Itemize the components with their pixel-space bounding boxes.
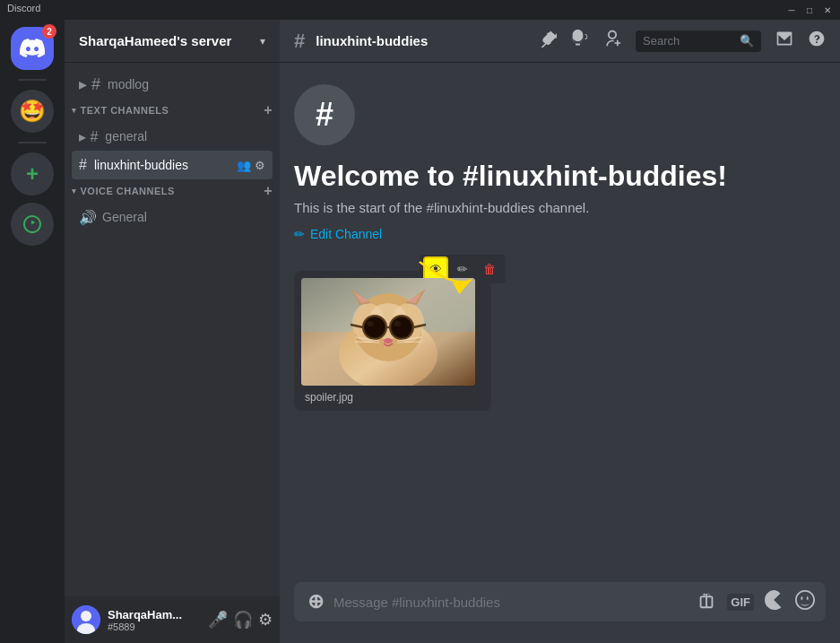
- invite-icon[interactable]: 👥: [237, 159, 251, 172]
- trash-icon: 🗑: [483, 262, 496, 276]
- voice-channels-chevron-icon: ▾: [72, 187, 77, 196]
- server-name-label: SharqaHameed's server: [79, 33, 231, 48]
- voice-channels-section-left: ▾ VOICE CHANNELS: [72, 186, 175, 196]
- message-container: 👁 ✏ 🗑: [294, 271, 826, 411]
- attachment-card: 👁 ✏ 🗑: [294, 271, 491, 411]
- search-input[interactable]: [643, 34, 734, 48]
- sticker-icon[interactable]: [765, 590, 784, 614]
- attachment-image: [301, 278, 475, 386]
- volume-icon: 🔊: [79, 209, 97, 226]
- members-icon[interactable]: [603, 30, 621, 52]
- server-divider: [18, 79, 47, 81]
- eye-icon: 👁: [429, 262, 442, 276]
- discover-server-button[interactable]: [11, 203, 54, 246]
- main-content: # linuxhint-buddies 🔍: [280, 20, 840, 643]
- server-name-header[interactable]: SharqaHameed's server ▾: [65, 20, 280, 63]
- message-input-bar: ⊕ GIF: [294, 582, 826, 621]
- server-header-chevron-icon: ▾: [260, 35, 265, 48]
- channel-name-modlog: modlog: [108, 77, 265, 91]
- add-voice-channel-button[interactable]: +: [264, 183, 273, 199]
- text-channels-label: TEXT CHANNELS: [81, 105, 169, 116]
- user-avatar: [72, 605, 100, 634]
- server-divider-2: [18, 142, 47, 143]
- attachment-filename: spoiler.jpg: [301, 391, 484, 404]
- top-bar-icons: 🔍: [539, 30, 826, 52]
- server-icon-discord[interactable]: 2: [11, 27, 54, 70]
- text-channels-chevron-icon: ▾: [72, 106, 77, 115]
- inbox-icon[interactable]: [775, 30, 793, 52]
- channel-welcome-icon: #: [294, 84, 355, 145]
- channel-hash-icon: #: [294, 30, 305, 53]
- hash-icon: ▸ #: [79, 74, 100, 94]
- user-tag-label: #5889: [108, 621, 201, 632]
- svg-point-19: [392, 317, 411, 337]
- user-settings-button[interactable]: ⚙: [258, 610, 273, 630]
- channel-item-modlog[interactable]: ▸ # modlog: [72, 70, 273, 99]
- messages-area[interactable]: # Welcome to #linuxhint-buddies! This is…: [280, 63, 840, 582]
- channel-list: ▸ # modlog ▾ TEXT CHANNELS + ▸ # general: [65, 63, 280, 596]
- app-title: Discord: [7, 3, 40, 13]
- channel-welcome: # Welcome to #linuxhint-buddies! This is…: [294, 84, 826, 242]
- channel-welcome-desc: This is the start of the #linuxhint-budd…: [294, 200, 826, 215]
- maximize-button[interactable]: □: [804, 4, 815, 15]
- message-input[interactable]: [333, 595, 689, 610]
- edit-channel-link[interactable]: ✏ Edit Channel: [294, 227, 382, 241]
- emoji-icon[interactable]: [795, 590, 815, 614]
- user-name-label: SharqaHam...: [108, 608, 201, 621]
- add-server-icon: +: [26, 161, 39, 187]
- message-right-icons: GIF: [697, 590, 815, 614]
- svg-point-20: [394, 321, 401, 326]
- channel-welcome-title: Welcome to #linuxhint-buddies!: [294, 160, 826, 193]
- pin-icon[interactable]: [539, 30, 557, 52]
- user-controls: 🎤 🎧 ⚙: [208, 610, 273, 630]
- channel-item-general[interactable]: ▸ # general: [72, 122, 273, 151]
- channel-item-general-voice[interactable]: 🔊 General: [72, 203, 273, 231]
- channel-name-general-voice: General: [102, 210, 265, 224]
- search-bar[interactable]: 🔍: [636, 30, 761, 52]
- top-bar-channel-name: linuxhint-buddies: [316, 33, 428, 48]
- gif-button[interactable]: GIF: [727, 594, 754, 611]
- server-icon-sharqa[interactable]: 🤩: [11, 90, 54, 133]
- add-server-button[interactable]: +: [11, 152, 54, 196]
- channel-name-general: general: [105, 129, 265, 143]
- delete-attachment-button[interactable]: 🗑: [477, 256, 502, 282]
- server-list: 2 🤩 +: [0, 20, 65, 643]
- headphones-button[interactable]: 🎧: [233, 610, 253, 630]
- settings-icon[interactable]: ⚙: [255, 159, 265, 172]
- top-bar: # linuxhint-buddies 🔍: [280, 20, 840, 63]
- message-input-area: ⊕ GIF: [280, 582, 840, 643]
- minimize-button[interactable]: ─: [786, 4, 797, 15]
- edit-channel-label: Edit Channel: [310, 227, 382, 241]
- user-info: SharqaHam... #5889: [108, 608, 201, 632]
- svg-point-24: [384, 338, 393, 343]
- svg-point-16: [365, 317, 385, 337]
- channel-item-linuxhint-buddies[interactable]: # linuxhint-buddies 👥 ⚙: [72, 151, 273, 179]
- hash-icon-linuxhint: #: [79, 157, 87, 173]
- text-channels-section-left: ▾ TEXT CHANNELS: [72, 105, 169, 116]
- text-channels-section[interactable]: ▾ TEXT CHANNELS +: [65, 99, 280, 122]
- hash-icon-general: ▸ #: [79, 128, 98, 145]
- help-icon[interactable]: [808, 30, 826, 52]
- add-text-channel-button[interactable]: +: [264, 102, 273, 118]
- svg-point-1: [81, 611, 91, 621]
- svg-point-17: [367, 321, 374, 326]
- server-badge: 2: [42, 24, 56, 39]
- voice-channels-section[interactable]: ▾ VOICE CHANNELS +: [65, 179, 280, 203]
- mic-button[interactable]: 🎤: [208, 610, 228, 630]
- channel-actions: 👥 ⚙: [237, 159, 265, 172]
- channel-name-linuxhint: linuxhint-buddies: [94, 158, 231, 172]
- channel-sidebar: SharqaHameed's server ▾ ▸ # modlog ▾ TEX…: [65, 20, 280, 643]
- add-attachment-button[interactable]: ⊕: [305, 591, 326, 613]
- edit-icon: ✏: [457, 262, 468, 276]
- voice-channels-label: VOICE CHANNELS: [81, 186, 175, 196]
- pencil-icon: ✏: [294, 227, 305, 241]
- plus-icon: ⊕: [307, 590, 324, 613]
- close-button[interactable]: ✕: [822, 4, 833, 15]
- search-icon: 🔍: [740, 34, 754, 48]
- user-panel: SharqaHam... #5889 🎤 🎧 ⚙: [65, 596, 280, 643]
- mute-icon[interactable]: [571, 30, 589, 52]
- gift-icon[interactable]: [697, 590, 716, 614]
